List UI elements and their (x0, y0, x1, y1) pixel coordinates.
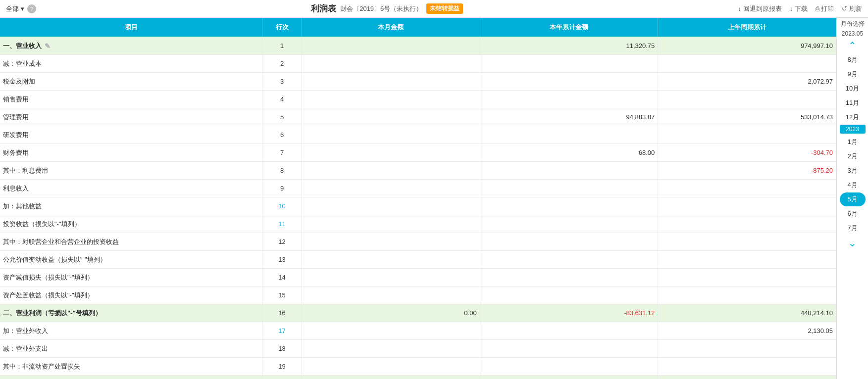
year-total-val (480, 233, 659, 250)
month-item[interactable]: 10月 (840, 82, 866, 95)
table-row: 减：营业外支出 18 (0, 340, 836, 358)
col-header-row: 行次 (262, 18, 302, 37)
table-row: 加：营业外收入 17 2,130.05 (0, 322, 836, 340)
item-name: 其中：非流动资产处置损失 (0, 358, 262, 375)
month-item[interactable]: 2023 (840, 125, 866, 134)
table-row: 税金及附加 3 2,072.97 (0, 73, 836, 91)
last-year-val (658, 358, 836, 375)
last-year-val (658, 55, 836, 72)
dropdown-arrow[interactable]: ▾ (21, 5, 24, 12)
row-num[interactable]: 11 (262, 215, 302, 233)
year-total-val (480, 126, 659, 143)
table-row: 其中：非流动资产处置损失 19 (0, 358, 836, 376)
year-total-val (480, 55, 659, 72)
table-row: 公允价值变动收益（损失以"-"填列） 13 (0, 251, 836, 269)
item-name: 财务费用 (0, 144, 262, 161)
year-total-val: 68.00 (480, 144, 659, 161)
table-row: 减：营业成本 2 (0, 55, 836, 73)
month-item[interactable]: 8月 (840, 53, 866, 67)
month-item[interactable]: 2月 (840, 149, 866, 163)
last-year-val (658, 91, 836, 108)
last-year-val: -304.70 (658, 144, 836, 161)
page-subtitle: 财会〔2019〕6号（未执行） (340, 4, 422, 13)
print-button[interactable]: ⎙ 打印 (816, 4, 834, 13)
row-num: 8 (262, 162, 302, 179)
row-num: 18 (262, 340, 302, 357)
refresh-button[interactable]: ↺ 刷新 (842, 4, 862, 13)
this-month-val (302, 233, 480, 250)
this-month-val (302, 286, 480, 304)
item-name: 减：营业成本 (0, 55, 262, 72)
edit-icon[interactable]: ✎ (45, 42, 51, 50)
year-total-val (480, 215, 659, 233)
last-year-val (658, 251, 836, 268)
table-row: 财务费用 7 68.00 -304.70 (0, 144, 836, 162)
year-total-val (480, 162, 659, 179)
month-up-arrow[interactable]: ⌃ (848, 40, 857, 51)
month-item[interactable]: 1月 (840, 135, 866, 149)
month-item[interactable]: 6月 (840, 207, 866, 221)
last-year-val: 974,997.10 (658, 37, 836, 54)
item-name: 其中：利息费用 (0, 162, 262, 179)
main-layout: 项目 行次 本月金额 本年累计金额 上年同期累计 一、营业收入✎ 1 11,32… (0, 18, 868, 379)
this-month-val (302, 180, 480, 197)
row-num: 16 (262, 304, 302, 322)
item-name: 投资收益（损失以"-"填列） (0, 215, 262, 233)
this-month-val (302, 251, 480, 268)
last-year-val (658, 126, 836, 143)
year-total-val (480, 340, 659, 357)
row-num[interactable]: 17 (262, 322, 302, 339)
help-icon[interactable]: ? (27, 4, 36, 13)
this-month-val (302, 144, 480, 161)
item-name: 利息收入 (0, 180, 262, 197)
table-header: 项目 行次 本月金额 本年累计金额 上年同期累计 (0, 18, 836, 37)
this-month-val (302, 37, 480, 54)
table-row: 一、营业收入✎ 1 11,320.75 974,997.10 (0, 37, 836, 55)
year-total-val (480, 73, 659, 90)
month-item[interactable]: 9月 (840, 67, 866, 81)
download-button[interactable]: ↓ 下载 (790, 4, 808, 13)
year-total-val (480, 251, 659, 268)
year-total-val (480, 197, 659, 215)
top-bar-left: 全部 ▾ ? (6, 4, 36, 13)
year-total-val: -83,631.12 (480, 376, 659, 379)
month-selector-panel: 月份选择 2023.05 ⌃ 8月9月10月11月12月20231月2月3月4月… (836, 18, 868, 379)
this-month-val (302, 126, 480, 143)
last-year-val: -875.20 (658, 162, 836, 179)
item-name: 研发费用 (0, 126, 262, 143)
last-year-val (658, 215, 836, 233)
col-header-this-month: 本月金额 (302, 18, 480, 37)
col-header-item: 项目 (0, 18, 262, 37)
month-item[interactable]: 12月 (840, 110, 866, 124)
back-button[interactable]: ↓ 回退到原报表 (738, 4, 782, 13)
month-item[interactable]: 3月 (840, 164, 866, 178)
year-total-val (480, 322, 659, 339)
month-down-arrow[interactable]: ⌄ (848, 237, 857, 249)
year-total-val: 11,320.75 (480, 37, 659, 54)
last-year-val (658, 197, 836, 215)
content-area: 项目 行次 本月金额 本年累计金额 上年同期累计 一、营业收入✎ 1 11,32… (0, 18, 836, 379)
table-row: 销售费用 4 (0, 91, 836, 108)
table-row: 利息收入 9 (0, 180, 836, 197)
this-month-val (302, 269, 480, 286)
this-month-val (302, 197, 480, 215)
row-num[interactable]: 10 (262, 197, 302, 215)
row-num: 5 (262, 108, 302, 126)
year-total-val: 94,883.87 (480, 108, 659, 126)
month-item[interactable]: 4月 (840, 178, 866, 192)
all-dropdown[interactable]: 全部 ▾ (6, 4, 24, 13)
row-num: 4 (262, 91, 302, 108)
month-item[interactable]: 11月 (840, 96, 866, 110)
this-month-val (302, 55, 480, 72)
item-name: 加：其他收益 (0, 197, 262, 215)
row-num: 19 (262, 358, 302, 375)
month-list: 8月9月10月11月12月20231月2月3月4月5月6月7月 (840, 53, 866, 236)
last-year-val: 2,072.97 (658, 73, 836, 90)
item-name: 公允价值变动收益（损失以"-"填列） (0, 251, 262, 268)
table-row: 资产减值损失（损失以"-"填列） 14 (0, 269, 836, 286)
all-label[interactable]: 全部 (6, 4, 19, 13)
this-month-val (302, 215, 480, 233)
month-item[interactable]: 5月 (840, 192, 866, 206)
month-item[interactable]: 7月 (840, 221, 866, 235)
row-num: 20 (262, 376, 302, 379)
